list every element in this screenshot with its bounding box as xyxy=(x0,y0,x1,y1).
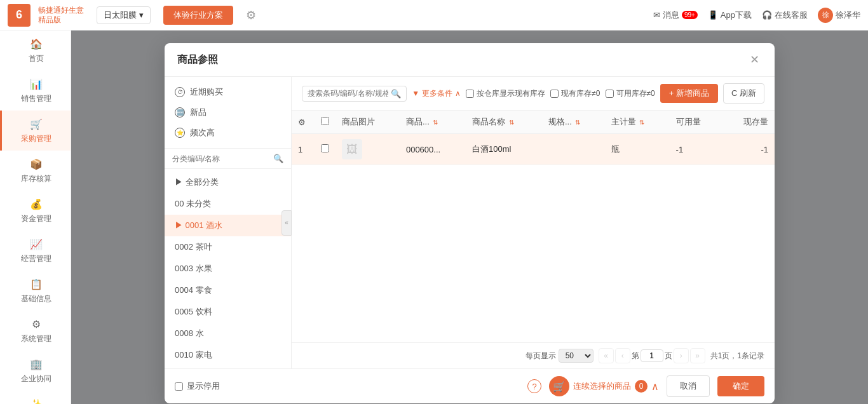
category-search-icon[interactable]: 🔍 xyxy=(273,154,283,163)
finance-icon: 💰 xyxy=(29,197,43,211)
base-info-icon: 📋 xyxy=(29,277,43,291)
first-page-button[interactable]: « xyxy=(599,348,614,363)
cart-icon: 🛒 xyxy=(549,376,569,396)
cat-alcohol[interactable]: ▶ 0001 酒水 xyxy=(165,215,291,236)
cat-water[interactable]: 0008 水 xyxy=(165,323,291,344)
row-available: -1 xyxy=(670,134,722,165)
corp-icon: 🏢 xyxy=(29,357,43,371)
modal-backdrop: 商品参照 ✕ ⏱ 近期购买 🆕 xyxy=(71,30,868,404)
quick-recent[interactable]: ⏱ 近期购买 xyxy=(165,82,291,102)
refresh-button[interactable]: C 刷新 xyxy=(723,83,764,104)
new-icon: 🆕 xyxy=(175,107,185,118)
page-size-select[interactable]: 50 100 200 xyxy=(559,349,593,363)
row-index: 1 xyxy=(292,134,315,165)
sidebar: 🏠 首页 📊 销售管理 🛒 采购管理 📦 库存核算 💰 资金管理 📈 经营管理 … xyxy=(0,30,71,404)
cat-uncategorized[interactable]: 00 未分类 xyxy=(165,193,291,215)
system-icon: ⚙ xyxy=(29,317,43,331)
product-search-input[interactable] xyxy=(308,89,388,98)
collapse-panel-button[interactable]: « xyxy=(281,210,292,236)
more-filter-button[interactable]: ▼ 更多条件 ∧ xyxy=(412,88,461,99)
sidebar-item-system[interactable]: ⚙ 系统管理 xyxy=(0,311,71,351)
cat-appliance[interactable]: 0010 家电 xyxy=(165,344,291,366)
col-unit[interactable]: 主计量 ⇅ xyxy=(605,111,670,134)
checkbox-warehouse-stock[interactable]: 按仓库显示现有库存 xyxy=(466,88,545,99)
modal-close-button[interactable]: ✕ xyxy=(747,52,762,67)
cancel-button[interactable]: 取消 xyxy=(667,375,710,397)
nav-right: ✉ 消息 99+ 📱 App下载 🎧 在线客服 徐 徐泽华 xyxy=(653,8,860,23)
app-download-button[interactable]: 📱 App下载 xyxy=(708,10,752,21)
sidebar-item-business[interactable]: 📈 经营管理 xyxy=(0,231,71,271)
sidebar-item-base-info[interactable]: 📋 基础信息 xyxy=(0,271,71,311)
cat-beverage[interactable]: 0005 饮料 xyxy=(165,301,291,323)
col-thumb: 商品图片 xyxy=(336,111,400,134)
store-selector[interactable]: 日太阳膜 ▾ xyxy=(97,6,151,24)
sidebar-item-home[interactable]: 🏠 首页 xyxy=(0,30,71,71)
sidebar-item-finance[interactable]: 💰 资金管理 xyxy=(0,191,71,231)
cat-snack[interactable]: 0004 零食 xyxy=(165,279,291,301)
settings-icon[interactable]: ⚙ xyxy=(298,118,306,127)
checkbox-nonzero-stock[interactable]: 现有库存≠0 xyxy=(550,88,600,99)
user-avatar[interactable]: 徐 徐泽华 xyxy=(818,8,860,23)
cat-tea[interactable]: 0002 茶叶 xyxy=(165,236,291,258)
select-all-checkbox[interactable] xyxy=(321,117,329,125)
next-page-button[interactable]: › xyxy=(674,348,689,363)
messages-button[interactable]: ✉ 消息 99+ xyxy=(653,10,698,21)
modal-footer: 显示停用 ? 🛒 连续选择的商品 0 ∧ 取消 确定 xyxy=(165,368,775,403)
col-checkbox xyxy=(315,111,336,134)
row-name: 白酒100ml xyxy=(466,134,542,165)
category-search-input[interactable] xyxy=(172,154,269,163)
category-search: 🔍 xyxy=(165,149,291,169)
product-table: ⚙ 商品图片 xyxy=(292,111,775,165)
guide-icon: ✨ xyxy=(29,397,43,404)
search-icon[interactable]: 🔍 xyxy=(391,89,401,98)
quick-new[interactable]: 🆕 新品 xyxy=(165,102,291,123)
sort-code-icon: ⇅ xyxy=(433,119,438,126)
sidebar-item-guide[interactable]: ✨ 新手引导 xyxy=(0,391,71,404)
quick-filters: ⏱ 近期购买 🆕 新品 ⭐ 频次高 xyxy=(165,77,291,149)
sidebar-item-sales[interactable]: 📊 销售管理 xyxy=(0,71,71,111)
row-select-checkbox[interactable] xyxy=(321,144,329,152)
brand-text: 畅捷通好生意 精品版 xyxy=(38,6,84,24)
pagination: 每页显示 50 100 200 « ‹ 第 xyxy=(292,342,775,368)
footer-right: ? 🛒 连续选择的商品 0 ∧ 取消 确定 xyxy=(527,375,764,397)
checkbox-nonzero-available[interactable]: 可用库存≠0 xyxy=(606,88,655,99)
cart-area: 🛒 连续选择的商品 0 ∧ xyxy=(549,376,659,396)
row-thumb: 🖼 xyxy=(336,134,400,165)
cat-fruit[interactable]: 0003 水果 xyxy=(165,258,291,279)
modal-title: 商品参照 xyxy=(177,53,747,67)
row-checkbox xyxy=(315,134,336,165)
sidebar-item-purchase[interactable]: 🛒 采购管理 xyxy=(0,111,71,151)
add-product-button[interactable]: + 新增商品 xyxy=(660,84,718,103)
confirm-button[interactable]: 确定 xyxy=(717,376,764,396)
logo: 6 xyxy=(8,4,31,27)
last-page-button[interactable]: » xyxy=(690,348,705,363)
col-spec[interactable]: 规格... ⇅ xyxy=(542,111,605,134)
row-stock: -1 xyxy=(722,134,775,165)
row-spec xyxy=(542,134,605,165)
messages-badge: 99+ xyxy=(682,11,698,19)
sidebar-item-inventory[interactable]: 📦 库存核算 xyxy=(0,151,71,191)
col-settings[interactable]: ⚙ xyxy=(292,111,315,134)
chevron-up-icon[interactable]: ∧ xyxy=(651,380,659,393)
sidebar-item-corp[interactable]: 🏢 企业协同 xyxy=(0,351,71,391)
cat-all[interactable]: ▶ 全部分类 xyxy=(165,172,291,193)
quick-frequent[interactable]: ⭐ 频次高 xyxy=(165,123,291,143)
trial-button[interactable]: 体验行业方案 xyxy=(163,6,233,25)
online-service-button[interactable]: 🎧 在线客服 xyxy=(762,10,808,21)
col-name[interactable]: 商品名称 ⇅ xyxy=(466,111,542,134)
prev-page-button[interactable]: ‹ xyxy=(615,348,630,363)
page-size-wrap: 每页显示 50 100 200 xyxy=(526,349,593,363)
sort-spec-icon: ⇅ xyxy=(575,119,580,126)
show-disabled-checkbox[interactable]: 显示停用 xyxy=(175,380,220,392)
inventory-icon: 📦 xyxy=(29,157,43,171)
page-info: 共1页，1条记录 xyxy=(710,351,764,361)
col-code[interactable]: 商品... ⇅ xyxy=(400,111,466,134)
page-input[interactable] xyxy=(641,349,663,362)
help-icon[interactable]: ? xyxy=(527,379,541,393)
product-search-wrap: 🔍 xyxy=(302,86,407,102)
action-buttons: + 新增商品 C 刷新 xyxy=(660,83,764,104)
gear-icon[interactable]: ⚙ xyxy=(246,8,256,22)
category-list: ▶ 全部分类 00 未分类 ▶ 0001 酒水 0002 茶叶 xyxy=(165,169,291,368)
table-row[interactable]: 1 🖼 000600... 白酒100ml xyxy=(292,134,775,165)
right-panel: 🔍 ▼ 更多条件 ∧ 按仓库显示现有库存 xyxy=(292,77,775,368)
